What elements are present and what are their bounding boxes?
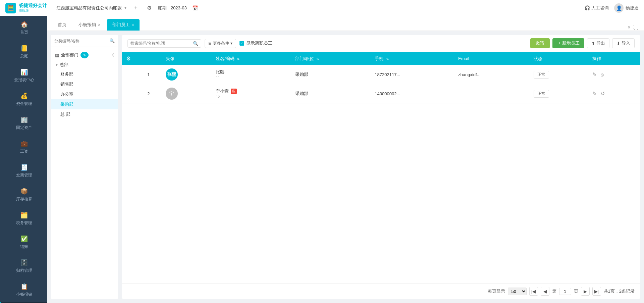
- col-header-email: Email: [454, 52, 530, 65]
- invite-button[interactable]: 邀请: [530, 38, 550, 48]
- sidebar-label-archive: 归档管理: [16, 268, 32, 273]
- page-label: 第: [552, 288, 556, 294]
- dept-collapse-icon[interactable]: 《: [110, 52, 114, 58]
- reports-icon: 📊: [20, 68, 28, 76]
- sidebar-label-fund: 资金管理: [16, 101, 32, 107]
- per-page-select[interactable]: 50 20 100: [508, 288, 527, 295]
- tab-expense-close-icon[interactable]: ×: [98, 22, 100, 27]
- add-employee-button[interactable]: + 新增员工: [552, 38, 584, 48]
- sidebar-label-expense: 小畅报销: [16, 292, 32, 297]
- add-button[interactable]: ＋: [131, 3, 141, 13]
- sidebar-item-tax[interactable]: 🗂️ 税务管理: [0, 207, 47, 231]
- export-button[interactable]: ⬆ 导出: [587, 38, 609, 48]
- employee-search-box: 🔍: [127, 39, 201, 48]
- row2-badge: 应: [231, 89, 237, 94]
- tab-employees[interactable]: 部门员工 ×: [107, 19, 140, 31]
- sort-arrows-phone[interactable]: ⇅: [386, 57, 389, 61]
- more-filter-btn[interactable]: ⊞ 更多条件 ▾: [205, 39, 236, 48]
- sidebar-item-home[interactable]: 🏠 首页: [0, 16, 47, 40]
- dept-child-purchase[interactable]: 采购部: [51, 99, 118, 109]
- sidebar-label-home: 首页: [20, 30, 28, 35]
- import-label: 导入: [622, 40, 630, 46]
- sidebar-item-ledger[interactable]: 📒 总账: [0, 40, 47, 64]
- sort-arrows-name[interactable]: ⇅: [237, 57, 239, 61]
- row2-name-cell: 宁小壹 应 12: [212, 84, 291, 103]
- dept-child-finance-label: 财务部: [60, 71, 73, 77]
- tab-employees-close-icon[interactable]: ×: [132, 22, 134, 27]
- sidebar: 🏠 首页 📒 总账 📊 云报表中心 💰 资金管理 🏢 固定资产 💼 工资 🧾 发…: [0, 16, 47, 303]
- row1-index: 1: [136, 65, 162, 84]
- dept-parent-label: 总部: [60, 62, 68, 68]
- sidebar-item-invoice[interactable]: 🧾 发票管理: [0, 159, 47, 183]
- sidebar-item-inventory[interactable]: 📦 库存核算: [0, 183, 47, 207]
- expand-window-btn[interactable]: ⛶: [633, 24, 639, 31]
- page-number-input[interactable]: [559, 288, 571, 295]
- human-service-btn[interactable]: 🎧 人工咨询: [585, 5, 609, 11]
- row1-actions-cell: ✎ ⎋: [588, 65, 640, 84]
- filter-icon: ⊞: [208, 41, 212, 46]
- row2-name: 宁小壹 应: [216, 88, 287, 94]
- pagination: 每页显示 50 20 100 |◀ ◀ 第 页 ▶ ▶| 共1页，2条记录: [122, 283, 640, 299]
- row2-email: [454, 84, 530, 103]
- sidebar-item-archive[interactable]: 🗄️ 归档管理: [0, 254, 47, 278]
- dept-child-sales[interactable]: 销售部: [51, 79, 118, 89]
- dept-edit-icon[interactable]: ✎: [80, 52, 89, 58]
- dept-child-hq-label: 总 部: [60, 112, 70, 117]
- checkout-icon: ✅: [20, 235, 28, 243]
- sidebar-item-fund[interactable]: 💰 资金管理: [0, 88, 47, 111]
- show-resigned-toggle[interactable]: ✓ 显示离职员工: [239, 40, 272, 46]
- headset-icon: 🎧: [585, 5, 590, 10]
- row2-edit-icon[interactable]: ✎: [592, 91, 597, 97]
- dept-child-office[interactable]: 办公室: [51, 89, 118, 99]
- row1-phone: 187202117...: [371, 65, 454, 84]
- dept-child-hq[interactable]: 总 部: [51, 109, 118, 119]
- row1-logout-icon[interactable]: ⎋: [601, 72, 604, 78]
- first-page-btn[interactable]: |◀: [529, 287, 538, 296]
- next-page-btn[interactable]: ▶: [581, 287, 590, 296]
- main-layout: 🏠 首页 📒 总账 📊 云报表中心 💰 资金管理 🏢 固定资产 💼 工资 🧾 发…: [0, 16, 644, 303]
- calendar-icon[interactable]: 📅: [192, 5, 198, 11]
- col-header-avatar: 头像: [162, 52, 212, 65]
- sidebar-item-salary[interactable]: 💼 工资: [0, 135, 47, 159]
- sort-arrows-dept[interactable]: ⇅: [316, 57, 319, 61]
- sidebar-label-inventory: 库存核算: [16, 196, 32, 202]
- last-page-btn[interactable]: ▶|: [592, 287, 601, 296]
- sidebar-label-checkout: 结账: [20, 244, 28, 250]
- prev-page-btn[interactable]: ◀: [541, 287, 549, 296]
- user-area[interactable]: 👤 畅捷通: [614, 3, 639, 13]
- dept-all-item[interactable]: ▦ 全部部门 ✎ 《: [51, 50, 118, 60]
- close-window-btn[interactable]: ×: [628, 24, 631, 31]
- company-arrow-icon: ▼: [124, 6, 127, 10]
- dept-parent-zongbu[interactable]: ▼ 总部: [51, 60, 118, 69]
- show-resigned-checkbox[interactable]: ✓: [239, 41, 244, 46]
- settings-button[interactable]: ⚙: [145, 3, 154, 13]
- row1-edit-icon[interactable]: ✎: [592, 71, 597, 78]
- dept-child-purchase-label: 采购部: [60, 102, 73, 107]
- company-selector[interactable]: 江西服宝精品有限责任公司内账张 ▼: [56, 5, 127, 11]
- expand-triangle-icon: ▼: [55, 63, 58, 67]
- col-header-status: 状态: [530, 52, 588, 65]
- home-icon: 🏠: [20, 21, 28, 28]
- employee-table-container: ⚙ 头像 姓名/编码 ⇅ 部门/职位 ⇅ 手机 ⇅ Email 状态 操作: [122, 52, 640, 283]
- sidebar-label-reports: 云报表中心: [14, 77, 34, 83]
- sidebar-item-assets[interactable]: 🏢 固定资产: [0, 111, 47, 135]
- import-button[interactable]: ⬇ 导入: [612, 38, 635, 48]
- dept-search-icon[interactable]: 🔍: [109, 38, 115, 43]
- table-settings-th[interactable]: ⚙: [122, 52, 136, 65]
- employee-search-input[interactable]: [130, 41, 191, 46]
- import-icon: ⬇: [616, 41, 620, 46]
- sidebar-item-reports[interactable]: 📊 云报表中心: [0, 64, 47, 88]
- table-settings-gear-icon[interactable]: ⚙: [126, 56, 131, 61]
- dept-search-input[interactable]: [54, 39, 107, 43]
- employee-search-icon[interactable]: 🔍: [193, 41, 198, 46]
- tab-home[interactable]: 首页: [52, 19, 72, 31]
- archive-icon: 🗄️: [20, 259, 28, 266]
- tab-expense[interactable]: 小畅报销 ×: [73, 19, 106, 31]
- dept-child-finance[interactable]: 财务部: [51, 69, 118, 79]
- row2-refresh-icon[interactable]: ↺: [601, 91, 605, 97]
- sidebar-item-checkout[interactable]: ✅ 结账: [0, 231, 47, 254]
- table-row: 1 张熙 张熙 11 采购部: [122, 65, 640, 84]
- row1-dept: 采购部: [291, 65, 371, 84]
- page-suffix: 页: [574, 288, 578, 294]
- sidebar-item-expense[interactable]: 📋 小畅报销: [0, 278, 47, 302]
